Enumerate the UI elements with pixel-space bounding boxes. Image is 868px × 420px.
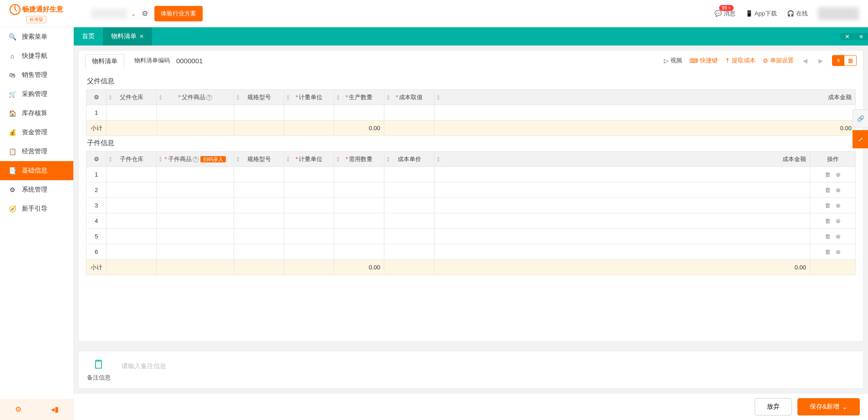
sidebar-item-4[interactable]: 🏠库存核算 — [0, 104, 73, 123]
row-add-icon[interactable]: ⊕ — [834, 248, 842, 255]
app-download-link[interactable]: 📱 App下载 — [745, 10, 777, 18]
child-col-ops: 操作 — [810, 152, 856, 167]
org-selector[interactable]: ⌄ — [91, 9, 136, 19]
parent-col-unit[interactable]: ▲▼*计量单位 — [284, 90, 334, 105]
child-col-unit[interactable]: ▲▼*计量单位 — [284, 152, 334, 167]
panel-header: 物料清单 物料清单编码 0000001 ▷视频 ⌨快捷键 ⤒提取成本 ⚙单据设置… — [79, 51, 863, 71]
float-expand-icon[interactable]: ⤢ — [853, 130, 868, 148]
sidebar-item-1[interactable]: ⌂快捷导航 — [0, 46, 73, 66]
sidebar-item-icon: 📑 — [8, 167, 16, 174]
float-attachment-icon[interactable]: 🔗 — [853, 109, 868, 127]
child-col-warehouse[interactable]: ▲▼子件仓库 — [107, 152, 157, 167]
view-card-button[interactable]: ▦ — [844, 56, 856, 66]
online-label: 在线 — [796, 10, 808, 18]
row-delete-icon[interactable]: 🗑 — [823, 218, 832, 224]
sidebar-item-9[interactable]: 🧭新手引导 — [0, 199, 73, 218]
child-col-amount[interactable]: ▲▼成本金额 — [434, 152, 810, 167]
child-col-need[interactable]: ▲▼*需用数量 — [334, 152, 384, 167]
sidebar-item-2[interactable]: 🛍销售管理 — [0, 66, 73, 85]
nav-next-icon[interactable]: ▶ — [817, 57, 825, 64]
org-settings-icon[interactable]: ⚙ — [142, 9, 148, 18]
child-col-unitcost[interactable]: ▲▼成本单价 — [384, 152, 434, 167]
tab-home[interactable]: 首页 — [74, 27, 103, 46]
parent-col-gear[interactable]: ⚙ — [87, 90, 107, 105]
panel-meta: 物料清单编码 0000001 — [134, 56, 203, 65]
parent-col-spec[interactable]: ▲▼规格型号 — [234, 90, 284, 105]
row-add-icon[interactable]: ⊕ — [834, 233, 842, 240]
parent-subtotal-row: 小计 0.00 0.00 — [87, 121, 856, 136]
sidebar-item-5[interactable]: 💰资金管理 — [0, 123, 73, 142]
tool-doc-settings[interactable]: ⚙单据设置 — [763, 56, 794, 65]
tool-extract-cost[interactable]: ⤒提取成本 — [725, 56, 756, 65]
topbar-right: 💬 消息 99 + 📱 App下载 🎧 在线 — [715, 7, 863, 20]
table-row[interactable]: 4🗑 ⊕ — [87, 213, 856, 229]
trial-industry-button[interactable]: 体验行业方案 — [154, 6, 203, 21]
bom-code-label: 物料清单编码 — [134, 56, 170, 65]
sidebar-collapse-icon[interactable]: ◂▮ — [51, 405, 59, 414]
table-row[interactable]: 2🗑 ⊕ — [87, 182, 856, 198]
row-add-icon[interactable]: ⊕ — [834, 202, 842, 209]
brand-name: 畅捷通好生意 — [22, 5, 63, 14]
sidebar-item-8[interactable]: ⚙系统管理 — [0, 180, 73, 199]
parent-subtotal-label: 小计 — [87, 121, 107, 136]
child-subtotal-label: 小计 — [87, 260, 107, 275]
sidebar-settings-icon[interactable]: ⚙ — [15, 405, 21, 414]
row-add-icon[interactable]: ⊕ — [834, 187, 842, 193]
gear-icon: ⚙ — [763, 57, 768, 64]
save-and-new-button[interactable]: 保存&新增 ⌄ — [797, 398, 860, 415]
tab-bom[interactable]: 物料清单 ✕ — [103, 27, 152, 46]
tool-video[interactable]: ▷视频 — [664, 56, 682, 65]
row-add-icon[interactable]: ⊕ — [834, 218, 842, 224]
info-icon[interactable]: ? — [193, 157, 199, 162]
messages-link[interactable]: 💬 消息 99 + — [715, 10, 735, 18]
row-delete-icon[interactable]: 🗑 — [823, 233, 832, 240]
row-delete-icon[interactable]: 🗑 — [823, 248, 832, 255]
sidebar-item-6[interactable]: 📋经营管理 — [0, 142, 73, 161]
online-support-link[interactable]: 🎧 在线 — [787, 10, 808, 18]
row-delete-icon[interactable]: 🗑 — [823, 171, 832, 178]
parent-col-warehouse[interactable]: ▲▼父件仓库 — [107, 90, 157, 105]
sidebar-item-0[interactable]: 🔍搜索菜单 — [0, 27, 73, 46]
child-table: ⚙ ▲▼子件仓库 ▲▼*子件商品?扫码录入 ▲▼规格型号 ▲▼*计量单位 ▲▼*… — [86, 151, 856, 275]
table-row[interactable]: 1 — [87, 105, 856, 121]
tool-shortcut[interactable]: ⌨快捷键 — [689, 56, 718, 65]
sidebar-item-label: 资金管理 — [22, 128, 47, 137]
view-list-button[interactable]: ≡ — [832, 56, 844, 66]
view-toggle: ≡ ▦ — [832, 55, 857, 66]
sidebar-item-3[interactable]: 🛒采购管理 — [0, 85, 73, 104]
table-row[interactable]: 1🗑 ⊕ — [87, 167, 856, 182]
parent-col-costfetch[interactable]: ▲▼*成本取值 — [384, 90, 434, 105]
parent-table: ⚙ ▲▼父件仓库 ▲▼*父件商品? ▲▼规格型号 ▲▼*计量单位 ▲▼*生产数量… — [86, 89, 856, 136]
scan-badge[interactable]: 扫码录入 — [200, 156, 226, 162]
child-col-spec[interactable]: ▲▼规格型号 — [234, 152, 284, 167]
panel-tab[interactable]: 物料清单 — [85, 54, 124, 68]
notes-input[interactable] — [120, 358, 855, 374]
sidebar-item-7[interactable]: 📑基础信息 — [0, 161, 73, 180]
table-row[interactable]: 5🗑 ⊕ — [87, 229, 856, 244]
notes-label: 备注信息 — [87, 374, 111, 382]
tabstrip-menu-button[interactable]: ≡ — [854, 33, 868, 40]
user-avatar-blurred[interactable] — [818, 7, 859, 20]
child-header-row: ⚙ ▲▼子件仓库 ▲▼*子件商品?扫码录入 ▲▼规格型号 ▲▼*计量单位 ▲▼*… — [87, 152, 856, 167]
row-add-icon[interactable]: ⊕ — [834, 171, 842, 178]
tab-strip: 首页 物料清单 ✕ ✕ ≡ — [74, 27, 868, 46]
child-col-gear[interactable]: ⚙ — [87, 152, 107, 167]
info-icon[interactable]: ? — [206, 95, 212, 101]
parent-col-product[interactable]: ▲▼*父件商品? — [157, 90, 234, 105]
row-delete-icon[interactable]: 🗑 — [823, 202, 832, 209]
sidebar-item-label: 新手引导 — [22, 205, 47, 213]
row-delete-icon[interactable]: 🗑 — [823, 187, 832, 193]
table-row[interactable]: 6🗑 ⊕ — [87, 244, 856, 260]
tabstrip-close-button[interactable]: ✕ — [840, 33, 854, 40]
floating-side-tabs: 🔗 ⤢ — [853, 109, 868, 148]
tab-close-icon[interactable]: ✕ — [139, 33, 144, 40]
footer-actions: 放弃 保存&新增 ⌄ — [74, 393, 868, 420]
keyboard-icon: ⌨ — [689, 57, 698, 64]
child-col-product[interactable]: ▲▼*子件商品?扫码录入 — [157, 152, 234, 167]
parent-col-amount[interactable]: ▲▼成本金额 — [434, 90, 856, 105]
main-layout: 🔍搜索菜单⌂快捷导航🛍销售管理🛒采购管理🏠库存核算💰资金管理📋经营管理📑基础信息… — [0, 27, 868, 420]
nav-prev-icon[interactable]: ◀ — [801, 57, 809, 64]
table-row[interactable]: 3🗑 ⊕ — [87, 198, 856, 213]
discard-button[interactable]: 放弃 — [755, 398, 792, 415]
parent-col-qty[interactable]: ▲▼*生产数量 — [334, 90, 384, 105]
